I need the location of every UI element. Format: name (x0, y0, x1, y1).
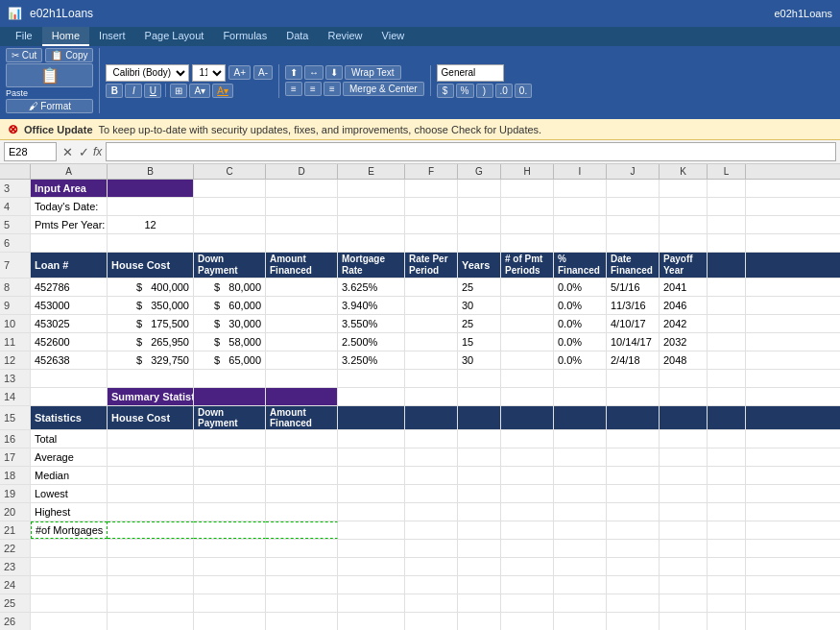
cell-k13[interactable] (660, 370, 708, 387)
cell-a24[interactable] (31, 576, 108, 594)
cell-b11[interactable]: $ 265,950 (108, 333, 194, 351)
cell-c14[interactable] (194, 388, 266, 405)
cell-e12[interactable]: 3.250% (338, 351, 405, 369)
cell-d10[interactable] (266, 315, 338, 332)
cell-e8[interactable]: 3.625% (338, 279, 405, 296)
cell-g6[interactable] (458, 234, 501, 252)
cell-g13[interactable] (458, 370, 501, 387)
cell-c5[interactable] (194, 216, 266, 233)
cell-c26[interactable] (194, 613, 266, 630)
cell-d3[interactable] (266, 180, 338, 197)
col-header-l[interactable]: L (708, 164, 746, 179)
cell-l6[interactable] (708, 234, 746, 252)
cell-j26[interactable] (607, 613, 660, 630)
cell-f23[interactable] (405, 558, 458, 575)
cell-l24[interactable] (708, 576, 746, 594)
formula-input[interactable] (106, 142, 836, 161)
cell-d26[interactable] (266, 613, 338, 630)
cell-g22[interactable] (458, 540, 501, 557)
cell-h10[interactable] (501, 315, 554, 332)
align-left-button[interactable]: ≡ (285, 82, 302, 96)
col-header-c[interactable]: C (194, 164, 266, 179)
tab-data[interactable]: Data (276, 27, 318, 46)
cell-h14[interactable] (501, 388, 554, 405)
cell-h16[interactable] (501, 430, 554, 448)
cell-i12[interactable]: 0.0% (554, 351, 607, 369)
cell-f8[interactable] (405, 279, 458, 296)
cell-c17[interactable] (194, 448, 266, 466)
cell-b7[interactable]: House Cost (108, 253, 194, 278)
cell-l9[interactable] (708, 297, 746, 314)
cell-d6[interactable] (266, 234, 338, 252)
cell-g5[interactable] (458, 216, 501, 233)
cell-reference-input[interactable] (4, 142, 57, 161)
cell-d21[interactable] (266, 521, 338, 539)
cell-h15[interactable] (501, 406, 554, 429)
cell-f15[interactable] (405, 406, 458, 429)
cell-h19[interactable] (501, 485, 554, 502)
cell-k25[interactable] (660, 594, 708, 612)
cell-e9[interactable]: 3.940% (338, 297, 405, 314)
cell-g8[interactable]: 25 (458, 279, 501, 296)
cell-l7[interactable] (708, 253, 746, 278)
cell-d19[interactable] (266, 485, 338, 502)
cell-b15[interactable]: House Cost (108, 406, 194, 429)
cell-d12[interactable] (266, 351, 338, 369)
cell-a6[interactable] (31, 234, 108, 252)
cell-e11[interactable]: 2.500% (338, 333, 405, 351)
cell-h23[interactable] (501, 558, 554, 575)
col-header-g[interactable]: G (458, 164, 501, 179)
cell-j13[interactable] (607, 370, 660, 387)
cell-k23[interactable] (660, 558, 708, 575)
cell-c7[interactable]: DownPayment (194, 253, 266, 278)
cell-c19[interactable] (194, 485, 266, 502)
cell-b26[interactable] (108, 613, 194, 630)
cell-i6[interactable] (554, 234, 607, 252)
cell-a12[interactable]: 452638 (31, 351, 108, 369)
cell-e19[interactable] (338, 485, 405, 502)
copy-button[interactable]: 📋 Copy (45, 48, 93, 62)
cell-b4[interactable] (108, 198, 194, 215)
cell-h4[interactable] (501, 198, 554, 215)
cell-d5[interactable] (266, 216, 338, 233)
cell-h5[interactable] (501, 216, 554, 233)
cell-l4[interactable] (708, 198, 746, 215)
cell-b6[interactable] (108, 234, 194, 252)
cell-f18[interactable] (405, 467, 458, 484)
cell-h13[interactable] (501, 370, 554, 387)
cell-d11[interactable] (266, 333, 338, 351)
cell-b21[interactable] (108, 521, 194, 539)
cell-l16[interactable] (708, 430, 746, 448)
cell-l12[interactable] (708, 351, 746, 369)
cell-h22[interactable] (501, 540, 554, 557)
cell-c6[interactable] (194, 234, 266, 252)
cell-j25[interactable] (607, 594, 660, 612)
cell-e25[interactable] (338, 594, 405, 612)
cell-e24[interactable] (338, 576, 405, 594)
cell-e7[interactable]: MortgageRate (338, 253, 405, 278)
col-header-b[interactable]: B (108, 164, 194, 179)
cell-f24[interactable] (405, 576, 458, 594)
cell-d16[interactable] (266, 430, 338, 448)
col-header-e[interactable]: E (338, 164, 405, 179)
cell-l11[interactable] (708, 333, 746, 351)
cell-b13[interactable] (108, 370, 194, 387)
cell-g25[interactable] (458, 594, 501, 612)
col-header-j[interactable]: J (607, 164, 660, 179)
cell-f5[interactable] (405, 216, 458, 233)
cell-a7[interactable]: Loan # (31, 253, 108, 278)
cell-l10[interactable] (708, 315, 746, 332)
cell-i8[interactable]: 0.0% (554, 279, 607, 296)
cell-h9[interactable] (501, 297, 554, 314)
cell-k20[interactable] (660, 503, 708, 521)
number-format-box[interactable]: General (437, 64, 504, 82)
cell-h3[interactable] (501, 180, 554, 197)
cell-c25[interactable] (194, 594, 266, 612)
cell-g10[interactable]: 25 (458, 315, 501, 332)
cell-k8[interactable]: 2041 (660, 279, 708, 296)
cell-c21[interactable] (194, 521, 266, 539)
cell-k22[interactable] (660, 540, 708, 557)
cell-d9[interactable] (266, 297, 338, 314)
align-top-button[interactable]: ⬆ (285, 65, 302, 80)
cell-f11[interactable] (405, 333, 458, 351)
